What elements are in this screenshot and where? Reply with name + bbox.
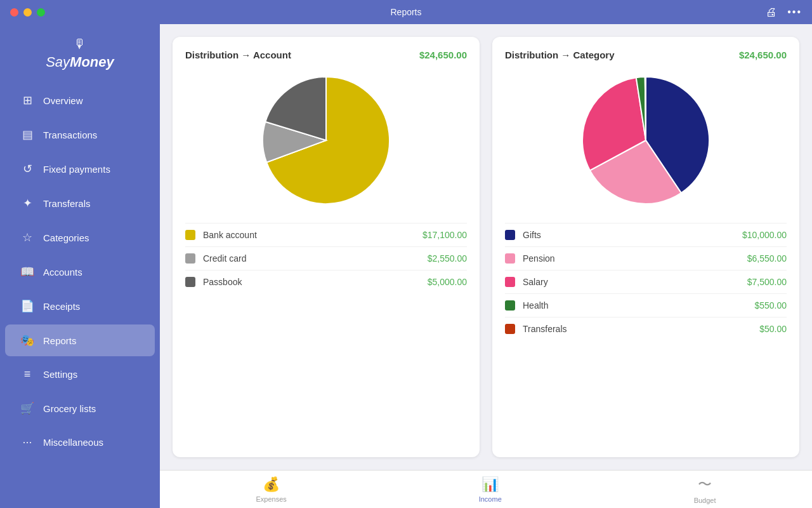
sidebar-label-fixed-payments: Fixed payments xyxy=(43,164,110,175)
sidebar-item-accounts[interactable]: 📖 Accounts xyxy=(5,256,155,288)
accounts-icon: 📖 xyxy=(20,265,34,279)
sidebar-label-reports: Reports xyxy=(43,335,77,346)
category-card-title: Distribution → Category xyxy=(505,50,615,60)
miscellaneous-icon: ··· xyxy=(20,436,34,449)
health-color xyxy=(505,300,515,311)
legend-item-passbook: Passbook $5,000.00 xyxy=(185,270,467,293)
budget-tab-label: Budget xyxy=(694,497,716,504)
gifts-label: Gifts xyxy=(523,230,742,240)
legend-item-health: Health $550.00 xyxy=(505,293,787,317)
income-tab-icon: 📊 xyxy=(481,476,499,493)
sidebar-item-transferals[interactable]: ✦ Transferals xyxy=(5,187,155,219)
bank-account-value: $17,100.00 xyxy=(422,230,467,240)
account-card-header: Distribution → Account $24,650.00 xyxy=(185,50,467,60)
category-card-total: $24,650.00 xyxy=(739,50,787,60)
tab-income[interactable]: 📊 Income xyxy=(466,472,514,507)
account-card-title: Distribution → Account xyxy=(185,50,291,60)
sidebar-item-miscellaneous[interactable]: ··· Miscellaneous xyxy=(5,427,155,458)
settings-icon: ≡ xyxy=(20,368,34,381)
sidebar: 🎙 SayMoney ⊞ Overview ▤ Transactions ↺ F… xyxy=(0,24,160,508)
legend-item-pension: Pension $6,550.00 xyxy=(505,246,787,270)
income-tab-label: Income xyxy=(479,495,502,503)
minimize-button[interactable] xyxy=(23,8,32,17)
content-area: Distribution → Account $24,650.00 Bank a… xyxy=(160,24,812,470)
category-pie-chart xyxy=(582,77,709,204)
passbook-label: Passbook xyxy=(203,277,428,287)
pension-value: $6,550.00 xyxy=(747,253,787,264)
window-title: Reports xyxy=(390,7,421,17)
expenses-tab-icon: 💰 xyxy=(263,476,280,493)
transactions-icon: ▤ xyxy=(20,128,34,142)
legend-item-transferals: Transferals $50.00 xyxy=(505,317,787,340)
sidebar-label-miscellaneous: Miscellaneous xyxy=(43,437,103,448)
legend-item-bank: Bank account $17,100.00 xyxy=(185,223,467,246)
bank-account-label: Bank account xyxy=(203,230,422,240)
logo-area: 🎙 SayMoney xyxy=(0,30,160,83)
logo-icon: 🎙 xyxy=(74,37,86,51)
close-button[interactable] xyxy=(10,8,18,17)
transferals-label: Transferals xyxy=(523,324,759,334)
app-logo: SayMoney xyxy=(46,54,114,70)
sidebar-label-transferals: Transferals xyxy=(43,198,90,209)
fixed-payments-icon: ↺ xyxy=(20,162,34,176)
title-bar: Reports 🖨 ••• xyxy=(0,0,812,24)
sidebar-item-grocery-lists[interactable]: 🛒 Grocery lists xyxy=(5,392,155,424)
transferals-value: $50.00 xyxy=(759,324,787,334)
pension-label: Pension xyxy=(523,253,747,264)
receipts-icon: 📄 xyxy=(20,299,34,313)
category-card-header: Distribution → Category $24,650.00 xyxy=(505,50,787,60)
sidebar-item-fixed-payments[interactable]: ↺ Fixed payments xyxy=(5,153,155,185)
legend-item-salary: Salary $7,500.00 xyxy=(505,270,787,293)
sidebar-label-accounts: Accounts xyxy=(43,267,82,277)
window-controls[interactable] xyxy=(10,8,45,17)
maximize-button[interactable] xyxy=(37,8,45,17)
health-label: Health xyxy=(523,300,754,311)
sidebar-item-transactions[interactable]: ▤ Transactions xyxy=(5,119,155,150)
category-chart-area xyxy=(505,70,787,217)
passbook-color xyxy=(185,277,195,287)
sidebar-item-reports[interactable]: 🎭 Reports xyxy=(5,324,155,356)
sidebar-item-settings[interactable]: ≡ Settings xyxy=(5,359,155,390)
transferals-color xyxy=(505,324,515,334)
app-container: 🎙 SayMoney ⊞ Overview ▤ Transactions ↺ F… xyxy=(0,24,812,508)
account-distribution-card: Distribution → Account $24,650.00 Bank a… xyxy=(173,37,480,457)
grocery-lists-icon: 🛒 xyxy=(20,401,34,415)
category-distribution-card: Distribution → Category $24,650.00 Gifts… xyxy=(492,37,799,457)
credit-card-label: Credit card xyxy=(203,253,428,264)
sidebar-label-overview: Overview xyxy=(43,95,83,106)
health-value: $550.00 xyxy=(754,300,787,311)
more-options-icon[interactable]: ••• xyxy=(787,6,802,18)
tab-budget[interactable]: 〜 Budget xyxy=(681,471,729,508)
credit-card-color xyxy=(185,253,195,264)
budget-tab-icon: 〜 xyxy=(698,475,712,494)
tab-bar: 💰 Expenses 📊 Income 〜 Budget xyxy=(160,470,812,508)
title-bar-actions: 🖨 ••• xyxy=(766,6,802,19)
legend-item-gifts: Gifts $10,000.00 xyxy=(505,223,787,246)
main-content: Distribution → Account $24,650.00 Bank a… xyxy=(160,24,812,508)
expenses-tab-label: Expenses xyxy=(256,495,286,503)
account-legend: Bank account $17,100.00 Credit card $2,5… xyxy=(185,223,467,293)
salary-value: $7,500.00 xyxy=(747,277,787,287)
sidebar-label-grocery-lists: Grocery lists xyxy=(43,403,96,414)
account-pie-chart xyxy=(263,77,390,204)
sidebar-item-receipts[interactable]: 📄 Receipts xyxy=(5,290,155,322)
sidebar-label-receipts: Receipts xyxy=(43,301,80,312)
overview-icon: ⊞ xyxy=(20,93,34,107)
sidebar-label-transactions: Transactions xyxy=(43,130,97,140)
sidebar-label-categories: Categories xyxy=(43,232,89,243)
category-legend: Gifts $10,000.00 Pension $6,550.00 Salar… xyxy=(505,223,787,340)
reports-icon: 🎭 xyxy=(20,333,34,347)
tab-expenses[interactable]: 💰 Expenses xyxy=(243,472,299,507)
sidebar-label-settings: Settings xyxy=(43,369,77,380)
credit-card-value: $2,550.00 xyxy=(428,253,467,264)
passbook-value: $5,000.00 xyxy=(428,277,467,287)
pension-color xyxy=(505,253,515,264)
account-card-total: $24,650.00 xyxy=(419,50,467,60)
gifts-value: $10,000.00 xyxy=(742,230,787,240)
sidebar-item-overview[interactable]: ⊞ Overview xyxy=(5,84,155,116)
print-icon[interactable]: 🖨 xyxy=(766,6,777,19)
sidebar-item-categories[interactable]: ☆ Categories xyxy=(5,222,155,253)
bank-account-color xyxy=(185,230,195,240)
transferals-icon: ✦ xyxy=(20,196,34,210)
salary-color xyxy=(505,277,515,287)
